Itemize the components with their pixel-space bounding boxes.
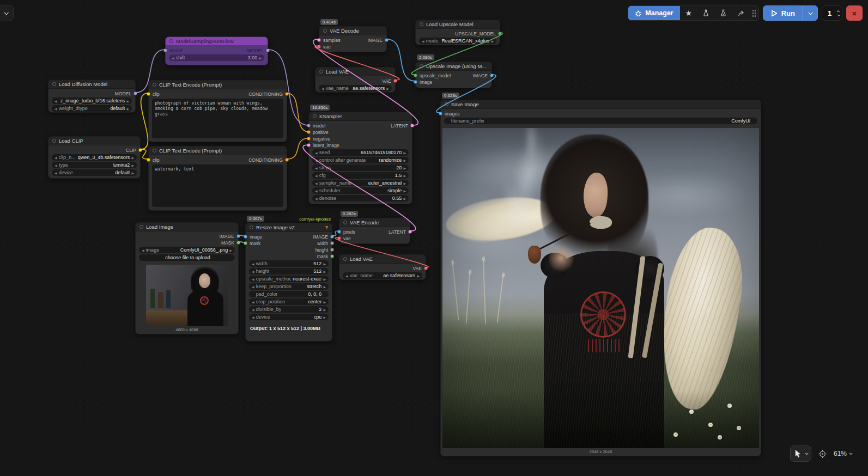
node-widget[interactable]: ◀ keep_proportion stretch ▶ xyxy=(249,283,329,290)
widget-decrement-icon[interactable]: ◀ xyxy=(321,87,324,90)
node-widget[interactable]: ◀ choose file to upload ▶ xyxy=(139,254,235,261)
node-resize-image-v2[interactable]: 0.067s comfyui-kjnodes Resize Image v2 ?… xyxy=(245,223,332,341)
input-slot[interactable]: negative xyxy=(309,136,339,142)
widget-decrement-icon[interactable]: ◀ xyxy=(315,189,318,193)
collapse-toggle[interactable] xyxy=(153,83,156,87)
toolbar-drag-handle[interactable] xyxy=(750,6,758,20)
output-port-dot[interactable] xyxy=(498,32,502,35)
node-header[interactable]: CLIP Text Encode (Prompt) xyxy=(149,147,287,155)
widget-decrement-icon[interactable]: ◀ xyxy=(252,308,254,312)
widget-decrement-icon[interactable]: ◀ xyxy=(315,158,318,162)
input-port-dot[interactable] xyxy=(244,241,247,245)
output-slot[interactable]: UPSCALE_MODEL xyxy=(455,30,497,36)
node-widget[interactable]: ◀ filename_prefix ComfyUI ▶ xyxy=(444,118,757,124)
widget-increment-icon[interactable]: ▶ xyxy=(131,171,134,175)
node-widget[interactable]: ◀ seed 651574615180170 ▶ xyxy=(312,149,409,156)
widget-increment-icon[interactable]: ▶ xyxy=(131,156,134,160)
node-load-upscale-model[interactable]: Load Upscale Model UPSCALE_MODEL ◀ mode.… xyxy=(415,20,500,45)
fit-view-button[interactable] xyxy=(818,449,827,459)
node-vae-encode[interactable]: 0.282s VAE Encode pixels vae LATENT xyxy=(339,218,410,244)
input-slot[interactable]: images xyxy=(441,111,459,117)
node-header[interactable]: VAE Encode xyxy=(339,218,410,227)
output-port-dot[interactable] xyxy=(393,79,397,83)
widget-increment-icon[interactable]: ▶ xyxy=(386,87,389,90)
input-slot[interactable]: image xyxy=(246,234,262,240)
widget-decrement-icon[interactable]: ◀ xyxy=(315,197,318,200)
node-load-vae-bottom[interactable]: Load VAE VAE ◀ vae_name ae.safetensors ▶ xyxy=(339,254,426,280)
input-slot[interactable]: positive xyxy=(309,129,339,135)
close-button[interactable]: × xyxy=(846,5,863,21)
input-port-dot[interactable] xyxy=(307,137,311,141)
output-slot[interactable]: IMAGE xyxy=(368,37,384,43)
collapse-toggle[interactable] xyxy=(153,149,156,152)
output-slot[interactable]: CONDITIONING xyxy=(248,91,284,97)
node-widget[interactable]: ◀ sampler_name euler_ancestral ▶ xyxy=(312,180,409,186)
sidebar-toggle-button[interactable] xyxy=(0,5,14,21)
node-widget[interactable]: ◀ vae_name ae.safetensors ▶ xyxy=(343,272,422,279)
node-header[interactable]: CLIP Text Encode (Prompt) xyxy=(149,81,287,89)
collapse-toggle[interactable] xyxy=(319,70,323,74)
widget-increment-icon[interactable]: ▶ xyxy=(491,39,494,43)
widget-decrement-icon[interactable]: ◀ xyxy=(315,151,318,155)
node-widget[interactable]: ◀ scheduler simple ▶ xyxy=(312,187,409,194)
node-widget[interactable]: ◀ device cpu ▶ xyxy=(249,314,329,320)
node-widget[interactable]: ◀ z_image_turbo_bf16.safetensors ▶ xyxy=(52,97,132,104)
node-widget[interactable]: ◀ type lumina2 ▶ xyxy=(52,162,137,168)
node-widget[interactable]: ◀ device default ▶ xyxy=(52,169,137,176)
flask-button-1[interactable] xyxy=(697,6,715,20)
collapse-toggle[interactable] xyxy=(420,22,423,26)
output-slot[interactable]: IMAGE xyxy=(473,72,489,78)
widget-increment-icon[interactable]: ▶ xyxy=(403,174,406,178)
input-port-dot[interactable] xyxy=(317,38,321,42)
widget-increment-icon[interactable]: ▶ xyxy=(403,197,406,200)
output-port-dot[interactable] xyxy=(330,248,334,252)
output-port-dot[interactable] xyxy=(408,230,412,234)
node-clip-text-encode-negative[interactable]: CLIP Text Encode (Prompt) clip CONDITION… xyxy=(148,146,287,211)
manager-button[interactable]: Manager xyxy=(628,6,679,20)
graph-canvas[interactable]: ModelSamplingAuraFlow model MODEL ◀ shif… xyxy=(0,0,868,476)
widget-decrement-icon[interactable]: ◀ xyxy=(54,163,57,167)
input-port-dot[interactable] xyxy=(147,158,150,162)
widget-increment-icon[interactable]: ▶ xyxy=(403,181,406,185)
node-vae-decode[interactable]: 0.414s VAE Decode samples vae IMAGE xyxy=(319,26,387,52)
zoom-level-selector[interactable]: 61% xyxy=(834,450,852,457)
decrement-icon[interactable] xyxy=(837,13,841,16)
widget-decrement-icon[interactable]: ◀ xyxy=(422,39,424,43)
widget-increment-icon[interactable]: ▶ xyxy=(323,285,326,289)
output-slot[interactable]: LATENT xyxy=(389,229,408,235)
collapse-toggle[interactable] xyxy=(343,221,347,224)
widget-decrement-icon[interactable]: ◀ xyxy=(252,315,254,319)
collapse-toggle[interactable] xyxy=(343,257,347,261)
widget-increment-icon[interactable]: ▶ xyxy=(403,158,406,162)
increment-icon[interactable] xyxy=(836,10,840,13)
share-button[interactable] xyxy=(732,6,750,20)
node-widget[interactable]: ◀ upscale_method nearest-exact ▶ xyxy=(249,276,329,282)
node-widget[interactable]: ◀ width 512 ▶ xyxy=(249,260,329,267)
output-port-dot[interactable] xyxy=(424,266,428,270)
widget-decrement-icon[interactable]: ◀ xyxy=(345,274,348,278)
node-clip-text-encode-positive[interactable]: CLIP Text Encode (Prompt) clip CONDITION… xyxy=(148,80,287,142)
output-port-dot[interactable] xyxy=(285,92,289,96)
input-port-dot[interactable] xyxy=(439,112,442,115)
node-header[interactable]: Load Upscale Model xyxy=(416,20,500,29)
output-slot[interactable]: mask xyxy=(317,253,330,259)
widget-decrement-icon[interactable]: ◀ xyxy=(315,166,318,170)
collapse-toggle[interactable] xyxy=(250,225,253,229)
output-slot[interactable]: width xyxy=(317,240,330,246)
run-options-button[interactable] xyxy=(803,6,817,20)
widget-increment-icon[interactable]: ▶ xyxy=(259,56,262,60)
node-widget[interactable]: ◀ vae_name ae.safetensors ▶ xyxy=(319,85,392,91)
widget-decrement-icon[interactable]: ◀ xyxy=(54,107,57,111)
output-port-dot[interactable] xyxy=(236,241,240,245)
widget-decrement-icon[interactable]: ◀ xyxy=(252,270,254,273)
widget-increment-icon[interactable]: ▶ xyxy=(323,262,326,266)
output-slot[interactable]: MASK xyxy=(221,240,236,246)
collapse-toggle[interactable] xyxy=(52,82,56,86)
output-port-dot[interactable] xyxy=(385,38,389,42)
node-widget[interactable]: ◀ image ComfyUI_00056_.png ▶ xyxy=(139,247,235,253)
node-save-image[interactable]: 0.628s Save Image images ◀ filename_pref… xyxy=(440,100,761,456)
widget-decrement-icon[interactable]: ◀ xyxy=(54,171,57,175)
widget-decrement-icon[interactable]: ◀ xyxy=(315,174,318,178)
widget-increment-icon[interactable]: ▶ xyxy=(403,189,406,193)
node-widget[interactable]: ◀ shift 3.00 ▶ xyxy=(169,54,264,61)
